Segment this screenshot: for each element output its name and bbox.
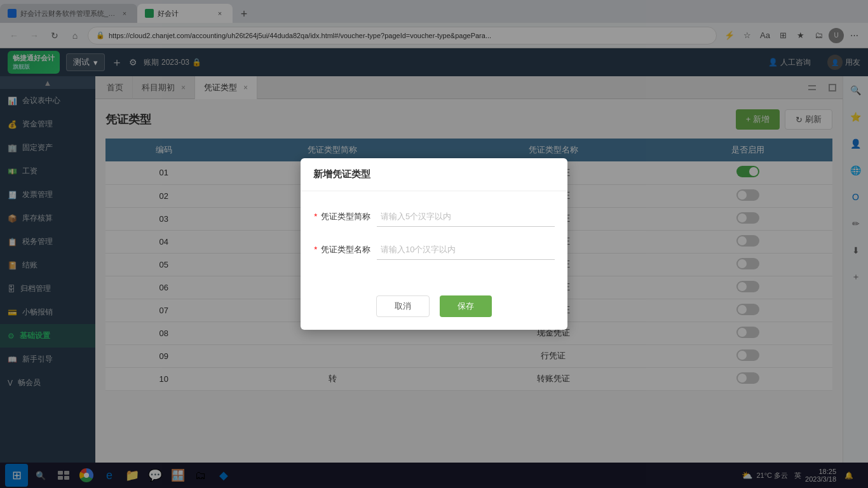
modal-overlay: 新增凭证类型 * 凭证类型简称 * 凭证类型名称 取消 保存 <box>0 0 868 488</box>
modal-header: 新增凭证类型 <box>301 158 567 191</box>
voucher-short-input[interactable] <box>377 207 555 227</box>
label-text-short: 凭证类型简称 <box>321 212 370 221</box>
required-star-name: * <box>314 245 317 254</box>
form-row-name: * 凭证类型名称 <box>313 240 555 260</box>
save-button[interactable]: 保存 <box>440 295 492 317</box>
form-row-short: * 凭证类型简称 <box>313 207 555 227</box>
add-voucher-modal: 新增凭证类型 * 凭证类型简称 * 凭证类型名称 取消 保存 <box>301 158 567 330</box>
cancel-button[interactable]: 取消 <box>376 295 430 317</box>
form-label-short: * 凭证类型简称 <box>313 211 377 222</box>
voucher-name-input[interactable] <box>377 240 555 260</box>
label-text-name: 凭证类型名称 <box>321 245 370 254</box>
form-label-name: * 凭证类型名称 <box>313 244 377 255</box>
modal-title: 新增凭证类型 <box>313 168 370 179</box>
modal-body: * 凭证类型简称 * 凭证类型名称 <box>301 191 567 288</box>
modal-footer: 取消 保存 <box>301 288 567 330</box>
required-star-short: * <box>314 212 317 221</box>
